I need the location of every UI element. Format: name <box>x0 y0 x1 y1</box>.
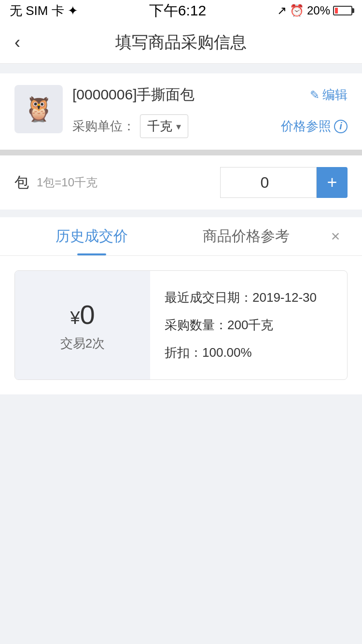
recent-date-label: 最近成交日期： <box>165 290 252 305</box>
discount-label: 折扣： <box>165 345 202 360</box>
status-left: 无 SIM 卡 ✦ <box>10 2 78 19</box>
section-divider <box>0 150 362 155</box>
main-background <box>0 394 362 644</box>
product-logo-icon: 🦉 <box>24 95 54 123</box>
product-section: 🦉 [0000006]手撕面包 ✎ 编辑 采购单位： 千克 ▾ <box>0 73 362 150</box>
sim-status: 无 SIM 卡 ✦ <box>10 2 78 19</box>
status-bar: 无 SIM 卡 ✦ 下午6:12 ↗ ⏰ 20% <box>0 0 362 21</box>
card-details-section: 最近成交日期：2019-12-30 采购数量：200千克 折扣：100.00% <box>150 271 347 379</box>
tabs-section: 历史成交价 商品价格参考 × ¥0 交易2次 最近成交日期：2019-12-30… <box>0 217 362 394</box>
unit-select[interactable]: 千克 ▾ <box>140 114 188 138</box>
product-name: [0000006]手撕面包 <box>72 85 195 105</box>
edit-button[interactable]: ✎ 编辑 <box>310 86 348 103</box>
purchase-qty-label: 采购数量： <box>165 318 227 332</box>
product-info: [0000006]手撕面包 ✎ 编辑 采购单位： 千克 ▾ 价格参照 i <box>72 85 348 138</box>
product-image: 🦉 <box>14 85 63 133</box>
status-time: 下午6:12 <box>149 1 206 21</box>
location-icon: ↗ <box>277 4 287 17</box>
quantity-unit-tag: 包 <box>14 173 29 193</box>
currency-symbol: ¥ <box>70 308 80 328</box>
product-row: 🦉 [0000006]手撕面包 ✎ 编辑 采购单位： 千克 ▾ <box>14 85 348 138</box>
quantity-section: 包 1包=10千克 + <box>0 155 362 210</box>
back-button[interactable]: ‹ <box>14 32 43 53</box>
battery-icon <box>333 6 352 15</box>
transaction-card: ¥0 交易2次 最近成交日期：2019-12-30 采购数量：200千克 折扣：… <box>14 270 348 380</box>
tab-price-reference[interactable]: 商品价格参考 <box>169 217 323 255</box>
discount-value: 100.00% <box>202 345 252 360</box>
unit-label: 采购单位： <box>72 118 135 135</box>
unit-value: 千克 <box>147 118 172 135</box>
edit-icon: ✎ <box>310 88 320 102</box>
alarm-icon: ⏰ <box>290 4 304 17</box>
transaction-price: ¥0 <box>70 299 95 330</box>
page-title: 填写商品采购信息 <box>115 31 247 54</box>
battery-percent: 20% <box>307 4 330 17</box>
tab-content: ¥0 交易2次 最近成交日期：2019-12-30 采购数量：200千克 折扣：… <box>0 256 362 394</box>
recent-date-value: 2019-12-30 <box>252 290 317 305</box>
tab-history-price[interactable]: 历史成交价 <box>14 217 169 255</box>
close-tab-button[interactable]: × <box>323 224 348 249</box>
purchase-qty-row: 采购数量：200千克 <box>165 316 333 335</box>
quantity-plus-button[interactable]: + <box>317 167 348 198</box>
product-name-row: [0000006]手撕面包 ✎ 编辑 <box>72 85 348 105</box>
quantity-conversion: 1包=10千克 <box>37 175 97 190</box>
quantity-label-group: 包 1包=10千克 <box>14 173 97 193</box>
price-reference-button[interactable]: 价格参照 i <box>281 118 348 135</box>
recent-date-row: 最近成交日期：2019-12-30 <box>165 288 333 307</box>
card-price-section: ¥0 交易2次 <box>15 271 150 379</box>
status-right: ↗ ⏰ 20% <box>277 4 352 17</box>
transaction-count: 交易2次 <box>60 335 105 352</box>
info-icon: i <box>334 120 348 133</box>
tabs-header: 历史成交价 商品价格参考 × <box>0 217 362 256</box>
header: ‹ 填写商品采购信息 <box>0 21 362 64</box>
chevron-down-icon: ▾ <box>176 121 181 132</box>
discount-row: 折扣：100.00% <box>165 343 333 362</box>
quantity-input[interactable] <box>220 167 317 198</box>
quantity-input-group: + <box>220 167 348 198</box>
purchase-qty-value: 200千克 <box>227 318 273 332</box>
unit-row: 采购单位： 千克 ▾ 价格参照 i <box>72 114 348 138</box>
